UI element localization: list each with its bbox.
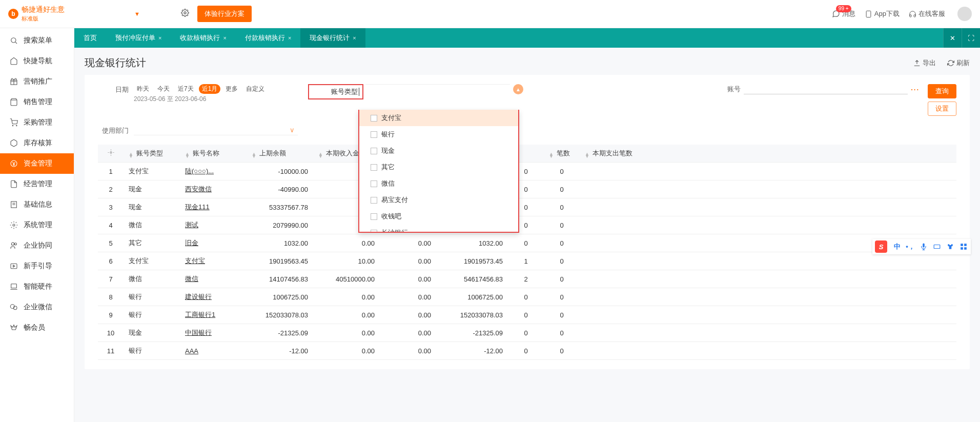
dropdown-item[interactable]: 长沙银行 <box>359 225 518 233</box>
tab[interactable]: 现金银行统计× <box>300 28 365 48</box>
checkbox[interactable] <box>371 197 377 204</box>
messages-button[interactable]: 99 + 消息 <box>832 9 855 18</box>
gear-icon[interactable] <box>108 149 114 156</box>
ime-toolbox-icon[interactable] <box>959 242 968 251</box>
export-button[interactable]: 导出 <box>913 58 936 68</box>
account-name-link[interactable]: 陆(○○○)... <box>185 167 214 175</box>
sidebar-item-cart[interactable]: 采购管理 <box>0 112 74 133</box>
account-name-link[interactable]: 微信 <box>185 275 198 283</box>
ime-punct-icon[interactable]: •， <box>906 242 915 251</box>
date-chip[interactable]: 今天 <box>154 84 173 94</box>
account-name-link[interactable]: 测试 <box>185 221 198 229</box>
ime-lang-icon[interactable]: 中 <box>892 242 902 251</box>
column-header[interactable] <box>98 145 124 163</box>
org-switcher[interactable]: ▼ <box>100 9 171 19</box>
dropdown-item[interactable]: 易宝支付 <box>359 192 518 208</box>
account-name-link[interactable]: 旧金 <box>185 239 198 247</box>
column-header[interactable]: ▲▼ 笔数 <box>544 145 580 163</box>
account-name-link[interactable]: 工商银行1 <box>185 311 215 318</box>
sidebar-item-box[interactable]: 库存核算 <box>0 133 74 153</box>
refresh-button[interactable]: 刷新 <box>947 58 970 68</box>
sidebar-item-bag[interactable]: 销售管理 <box>0 92 74 112</box>
date-chip[interactable]: 自定义 <box>243 84 268 94</box>
sidebar-item-wechat[interactable]: 企业微信 <box>0 297 74 317</box>
dept-label: 使用部门 <box>98 125 129 135</box>
sort-icon[interactable]: ▲▼ <box>585 153 589 158</box>
date-chip[interactable]: 近1月 <box>199 84 221 94</box>
account-name-link[interactable]: AAA <box>185 347 198 355</box>
account-name-link[interactable]: 现金111 <box>185 203 210 211</box>
sidebar-item-gear[interactable]: 系统管理 <box>0 215 74 235</box>
sort-icon[interactable]: ▲▼ <box>549 153 554 158</box>
sidebar-item-gift[interactable]: 营销推广 <box>0 71 74 92</box>
dropdown-item[interactable]: 微信 <box>359 175 518 192</box>
search-icon <box>9 36 18 45</box>
sidebar-item-doc[interactable]: 经营管理 <box>0 174 74 194</box>
dept-dropdown[interactable]: ∨ <box>134 125 298 135</box>
close-icon[interactable]: × <box>223 35 226 41</box>
checkbox[interactable] <box>371 213 377 220</box>
column-header[interactable]: ▲▼ 本期支出笔数 <box>580 145 956 163</box>
sidebar-item-search[interactable]: 搜索菜单 <box>0 30 74 51</box>
query-button[interactable]: 查询 <box>928 84 956 98</box>
account-name-link[interactable]: 支付宝 <box>185 257 205 265</box>
tab[interactable]: 收款核销执行× <box>171 28 235 48</box>
account-type-filter[interactable]: 账号类型 <box>308 84 363 99</box>
table-row: 5其它旧金1032.000.000.001032.0000 <box>98 234 956 252</box>
collapse-toggle-icon[interactable]: ▲ <box>513 84 523 94</box>
account-name-link[interactable]: 建设银行 <box>185 293 212 300</box>
online-service-button[interactable]: 在线客服 <box>909 9 945 18</box>
sidebar-item-home[interactable]: 快捷导航 <box>0 51 74 71</box>
checkbox[interactable] <box>371 180 377 187</box>
account-type-dropdown[interactable]: 支付宝银行现金其它微信易宝支付收钱吧长沙银行 <box>358 110 519 233</box>
sogou-icon[interactable]: S <box>875 240 887 253</box>
app-download-button[interactable]: App下载 <box>865 9 900 18</box>
close-icon[interactable]: × <box>288 35 291 41</box>
sidebar-item-money[interactable]: 资金管理 <box>0 153 74 174</box>
sidebar-item-vip[interactable]: 畅会员 <box>0 317 74 338</box>
checkbox[interactable] <box>371 230 377 233</box>
sidebar-item-hw[interactable]: 智能硬件 <box>0 276 74 297</box>
more-dots-icon[interactable]: ··· <box>911 86 920 93</box>
account-name-link[interactable]: 西安微信 <box>185 185 212 193</box>
close-tab-icon[interactable]: ✕ <box>943 28 962 48</box>
sidebar-item-team[interactable]: 企业协同 <box>0 235 74 256</box>
close-icon[interactable]: × <box>353 35 356 41</box>
ime-keyboard-icon[interactable] <box>932 242 942 251</box>
close-icon[interactable]: × <box>158 35 161 41</box>
settings-button[interactable]: 设置 <box>928 102 956 116</box>
gear-icon[interactable] <box>181 9 189 19</box>
ime-mic-icon[interactable] <box>919 242 928 251</box>
fullscreen-icon[interactable]: ⛶ <box>962 28 980 48</box>
date-chip[interactable]: 近7天 <box>175 84 197 94</box>
dropdown-item[interactable]: 银行 <box>359 126 518 143</box>
checkbox[interactable] <box>371 164 377 171</box>
tab[interactable]: 预付冲应付单× <box>106 28 171 48</box>
column-header[interactable]: ▲▼ 上期余额 <box>247 145 313 163</box>
column-header[interactable]: ▲▼ 账号名称 <box>180 145 247 163</box>
sort-icon[interactable]: ▲▼ <box>318 153 323 158</box>
ime-skin-icon[interactable] <box>946 242 955 251</box>
trial-button[interactable]: 体验行业方案 <box>197 6 252 22</box>
sort-icon[interactable]: ▲▼ <box>252 153 256 158</box>
date-chip[interactable]: 昨天 <box>134 84 152 94</box>
column-header[interactable]: ▲▼ 账号类型 <box>124 145 180 163</box>
dropdown-item[interactable]: 现金 <box>359 143 518 159</box>
logo[interactable]: b 畅捷通好生意 标准版 <box>8 5 65 23</box>
sort-icon[interactable]: ▲▼ <box>129 153 133 158</box>
checkbox[interactable] <box>371 131 377 138</box>
account-name-link[interactable]: 中国银行 <box>185 329 212 336</box>
dropdown-item[interactable]: 支付宝 <box>359 110 518 126</box>
tab[interactable]: 首页 <box>74 28 106 48</box>
checkbox[interactable] <box>371 115 377 122</box>
sidebar-item-play[interactable]: 新手引导 <box>0 256 74 276</box>
tab[interactable]: 付款核销执行× <box>236 28 300 48</box>
checkbox[interactable] <box>371 148 377 154</box>
sidebar-item-file[interactable]: 基础信息 <box>0 194 74 215</box>
dropdown-item[interactable]: 收钱吧 <box>359 208 518 225</box>
sort-icon[interactable]: ▲▼ <box>185 153 190 158</box>
dropdown-item[interactable]: 其它 <box>359 159 518 175</box>
date-chip[interactable]: 更多 <box>222 84 241 94</box>
account-input[interactable] <box>744 84 908 94</box>
avatar[interactable] <box>957 7 972 21</box>
